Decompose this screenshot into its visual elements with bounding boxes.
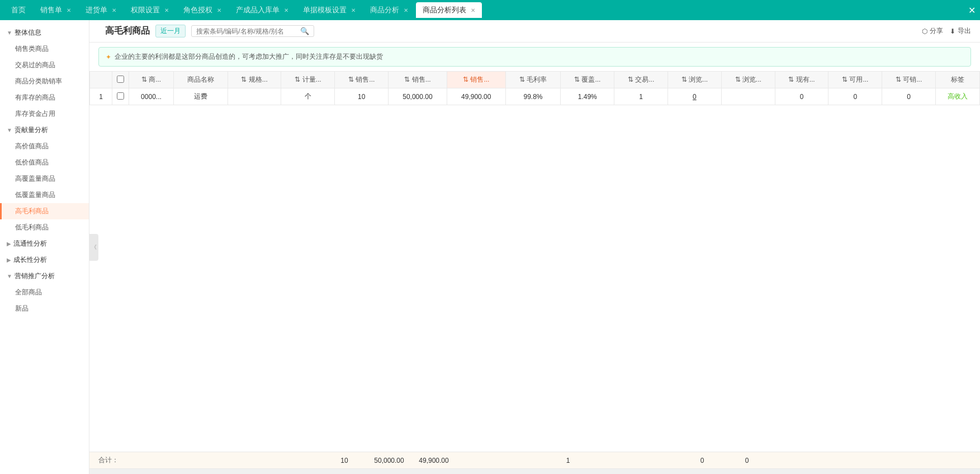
tab-analysis[interactable]: 商品分析 ✕ xyxy=(363,2,415,18)
sort-icon: ⇅ xyxy=(788,76,794,83)
sidebar-item-low-value[interactable]: 低价值商品 xyxy=(0,154,89,171)
tab-close[interactable]: ✕ xyxy=(404,7,408,13)
sort-icon: ⇅ xyxy=(628,76,633,83)
footer-bar: 合计： 10 50,000.00 49,900.00 1 0 0 xyxy=(89,452,980,468)
sort-icon: ⇅ xyxy=(896,76,901,83)
col-name-header[interactable]: 商品名称 xyxy=(173,72,228,88)
col-spec-header[interactable]: ⇅ 规格... xyxy=(228,72,281,88)
footer-sales-amount: 50,000.00 xyxy=(367,457,411,464)
sort-icon: ⇅ xyxy=(295,76,300,83)
col-sales-qty-header[interactable]: ⇅ 销售... xyxy=(335,72,389,88)
sidebar-group-growth[interactable]: ▶ 成长性分析 xyxy=(0,252,89,268)
footer-trade: 1 xyxy=(546,457,590,464)
row-spec xyxy=(228,88,281,105)
col-available-header[interactable]: ⇅ 可用... xyxy=(828,72,882,88)
row-tag: 高收入 xyxy=(935,88,979,105)
sidebar-item-low-coverage[interactable]: 低覆盖量商品 xyxy=(0,187,89,203)
col-gross-margin-header[interactable]: ⇅ 毛利率 xyxy=(505,72,561,88)
tab-role[interactable]: 角色授权 ✕ xyxy=(177,2,228,18)
tab-close[interactable]: ✕ xyxy=(217,7,221,13)
sort-icon: ⇅ xyxy=(141,76,147,83)
info-icon: ✦ xyxy=(106,53,111,61)
tab-home[interactable]: 首页 xyxy=(4,2,32,18)
sidebar: ▼ 整体信息 销售类商品 交易过的商品 商品分类助销率 有库存的商品 库存资金占… xyxy=(0,20,89,474)
row-available: 0 xyxy=(828,88,882,105)
col-coverage-header[interactable]: ⇅ 覆盖... xyxy=(561,72,614,88)
tab-close[interactable]: ✕ xyxy=(164,7,169,13)
footer-sales-cost: 49,900.00 xyxy=(411,457,456,464)
sidebar-item-low-margin[interactable]: 低毛利商品 xyxy=(0,219,89,236)
tab-sales[interactable]: 销售单 ✕ xyxy=(34,2,78,18)
tab-analysis-list[interactable]: 商品分析列表 ✕ xyxy=(416,2,482,18)
tab-close[interactable]: ✕ xyxy=(112,7,116,13)
sidebar-item-high-margin[interactable]: 高毛利商品 xyxy=(0,203,89,219)
row-current: 0 xyxy=(775,88,828,105)
tab-close[interactable]: ✕ xyxy=(284,7,288,13)
col-sellable-header[interactable]: ⇅ 可销... xyxy=(882,72,936,88)
content-area: 《 高毛利商品 近一月 🔍 ⬡ 分享 ⬇ 导出 ✦ 企 xyxy=(89,20,980,474)
col-tag-header: 标签 xyxy=(935,72,979,88)
tab-template[interactable]: 单据模板设置 ✕ xyxy=(296,2,362,18)
window-close[interactable]: ✕ xyxy=(968,5,976,16)
table-row: 1 0000... 运费 个 10 50,000.00 49,900.00 99… xyxy=(90,88,980,105)
row-code[interactable]: 0000... xyxy=(129,88,174,105)
sort-icon: ⇅ xyxy=(842,76,848,83)
filter-recent-month-button[interactable]: 近一月 xyxy=(155,25,186,37)
col-view1-header[interactable]: ⇅ 浏览... xyxy=(667,72,721,88)
tab-permission[interactable]: 权限设置 ✕ xyxy=(124,2,176,18)
content-header: 高毛利商品 近一月 🔍 ⬡ 分享 ⬇ 导出 xyxy=(89,20,980,43)
sort-icon: ⇅ xyxy=(681,76,687,83)
arrow-right-icon: ▶ xyxy=(7,257,11,263)
share-icon: ⬡ xyxy=(922,27,927,35)
sidebar-item-sales-goods[interactable]: 销售类商品 xyxy=(0,41,89,57)
sidebar-item-stock-capital[interactable]: 库存资金占用 xyxy=(0,106,89,122)
col-trade-header[interactable]: ⇅ 交易... xyxy=(614,72,668,88)
horizontal-scrollbar[interactable] xyxy=(89,468,980,474)
arrow-down-icon: ▼ xyxy=(7,127,12,133)
sort-icon: ⇅ xyxy=(241,76,247,83)
search-box: 🔍 xyxy=(191,25,314,37)
col-sales-cost-header[interactable]: ⇅ 销售... xyxy=(447,72,505,88)
col-code-header[interactable]: ⇅ 商... xyxy=(129,72,174,88)
sidebar-item-high-value[interactable]: 高价值商品 xyxy=(0,138,89,154)
col-sales-amount-header[interactable]: ⇅ 销售... xyxy=(389,72,447,88)
tab-product-in[interactable]: 产成品入库单 ✕ xyxy=(229,2,295,18)
row-view2 xyxy=(721,88,775,105)
sidebar-group-liquidity[interactable]: ▶ 流通性分析 xyxy=(0,236,89,252)
sidebar-item-traded-goods[interactable]: 交易过的商品 xyxy=(0,57,89,73)
sidebar-item-all-goods[interactable]: 全部商品 xyxy=(0,284,89,301)
col-view2-header[interactable]: ⇅ 浏览... xyxy=(721,72,775,88)
sidebar-collapse-button[interactable]: 《 xyxy=(89,234,98,261)
sidebar-item-category-rate[interactable]: 商品分类助销率 xyxy=(0,73,89,90)
tab-purchase[interactable]: 进货单 ✕ xyxy=(79,2,123,18)
select-all-checkbox[interactable] xyxy=(117,76,124,83)
col-current-header[interactable]: ⇅ 现有... xyxy=(775,72,828,88)
tab-close[interactable]: ✕ xyxy=(67,7,71,13)
col-num-header xyxy=(90,72,112,88)
row-check[interactable] xyxy=(112,88,129,105)
search-icon[interactable]: 🔍 xyxy=(300,27,309,35)
header-actions: ⬡ 分享 ⬇ 导出 xyxy=(922,26,971,36)
col-unit-header[interactable]: ⇅ 计量... xyxy=(281,72,335,88)
row-sales-cost: 49,900.00 xyxy=(447,88,505,105)
search-input[interactable] xyxy=(196,27,300,35)
data-table: ⇅ 商... 商品名称 ⇅ 规格... ⇅ 计量... xyxy=(89,71,980,105)
share-button[interactable]: ⬡ 分享 xyxy=(922,26,943,36)
main-layout: ▼ 整体信息 销售类商品 交易过的商品 商品分类助销率 有库存的商品 库存资金占… xyxy=(0,20,980,474)
row-view1[interactable]: 0 xyxy=(667,88,721,105)
row-gross-margin: 99.8% xyxy=(505,88,561,105)
sort-icon: ⇅ xyxy=(574,76,580,83)
tab-close[interactable]: ✕ xyxy=(471,7,475,13)
sidebar-group-overall[interactable]: ▼ 整体信息 xyxy=(0,25,89,41)
export-icon: ⬇ xyxy=(950,27,955,35)
row-checkbox[interactable] xyxy=(117,92,124,100)
tab-close[interactable]: ✕ xyxy=(351,7,356,13)
sidebar-group-contribution[interactable]: ▼ 贡献量分析 xyxy=(0,122,89,138)
sidebar-item-new-goods[interactable]: 新品 xyxy=(0,301,89,317)
row-sales-qty: 10 xyxy=(335,88,389,105)
sidebar-item-high-coverage[interactable]: 高覆盖量商品 xyxy=(0,171,89,187)
export-button[interactable]: ⬇ 导出 xyxy=(950,26,971,36)
sidebar-item-in-stock[interactable]: 有库存的商品 xyxy=(0,90,89,106)
sidebar-group-marketing[interactable]: ▼ 营销推广分析 xyxy=(0,268,89,284)
sort-icon: ⇅ xyxy=(519,76,525,83)
